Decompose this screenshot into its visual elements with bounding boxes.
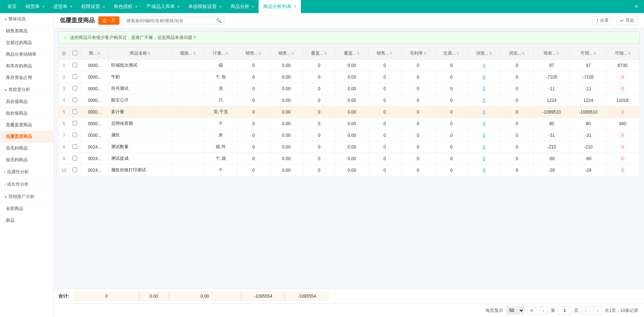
first-page-button[interactable]: K bbox=[527, 306, 536, 315]
row-select-9[interactable] bbox=[72, 156, 77, 161]
current-page-input[interactable] bbox=[558, 306, 571, 315]
row-select-3[interactable] bbox=[72, 86, 77, 91]
col-stock2-header[interactable]: 可用...⇅ bbox=[570, 47, 607, 60]
col-trans-header[interactable]: 交易...⇅ bbox=[435, 47, 468, 60]
nav-close-template[interactable]: × bbox=[219, 0, 221, 13]
search-input[interactable] bbox=[126, 18, 215, 23]
nav-purchase-order[interactable]: 进货单 × bbox=[49, 0, 76, 13]
col-sales-qty-header[interactable]: 销售...⇅ bbox=[237, 47, 270, 60]
row-trans-4: 0 bbox=[435, 95, 468, 106]
col-name-header[interactable]: 商品名称⇅ bbox=[109, 47, 172, 60]
sidebar-item-stocked-goods[interactable]: 有库存的商品 bbox=[0, 60, 54, 72]
sidebar-item-low-value[interactable]: 低价值商品 bbox=[0, 108, 54, 119]
page-size-select[interactable]: 50 20 100 bbox=[506, 306, 525, 314]
row-stock1-2: -7105 bbox=[533, 71, 570, 83]
nav-close-product-analysis[interactable]: × bbox=[252, 0, 254, 13]
sidebar-section-cluster[interactable]: ∨ 类群度分析 bbox=[0, 84, 54, 96]
row-select-1[interactable] bbox=[72, 63, 77, 67]
row-spec-7 bbox=[172, 130, 204, 141]
col-unit-header[interactable]: 计量...⇅ bbox=[204, 47, 237, 60]
col-cov1-header[interactable]: 覆盖...⇅ bbox=[303, 47, 335, 60]
nav-product-analysis[interactable]: 商品分析 × bbox=[226, 0, 259, 13]
row-browse1-3[interactable]: 0 bbox=[468, 83, 500, 95]
col-sales-pct-header[interactable]: 销售...⇅ bbox=[368, 47, 401, 60]
sidebar-item-traded-goods[interactable]: 交易过的商品 bbox=[0, 37, 54, 49]
sidebar-section-circulation[interactable]: › 流通性分析 bbox=[0, 166, 54, 178]
row-spec-3 bbox=[172, 83, 204, 95]
col-spec-header[interactable]: 规格...⇅ bbox=[172, 47, 204, 60]
global-close-button[interactable]: × bbox=[632, 3, 641, 10]
row-stock2-3: -11 bbox=[570, 83, 607, 95]
sidebar-item-stock-capital[interactable]: 库存资金占用 bbox=[0, 72, 54, 84]
next-page-button[interactable]: › bbox=[581, 306, 590, 315]
sidebar-item-sales-goods[interactable]: 销售类商品 bbox=[0, 25, 54, 37]
row-select-8[interactable] bbox=[72, 144, 77, 149]
nav-close-sales-order[interactable]: × bbox=[42, 0, 44, 13]
row-browse1-5[interactable]: 0 bbox=[468, 106, 500, 118]
col-stock3-header[interactable]: 可销...⇅ bbox=[606, 47, 639, 60]
nav-close-purchase-order[interactable]: × bbox=[70, 0, 72, 13]
row-browse1-9[interactable]: 0 bbox=[468, 153, 500, 165]
last-page-button[interactable]: › bbox=[593, 306, 602, 315]
row-sales-amt-9: 0.00 bbox=[270, 153, 303, 165]
row-stock1-5: -1089510 bbox=[533, 106, 570, 118]
export-button[interactable]: ↵ 导出 bbox=[616, 16, 638, 25]
row-stock3-6: 360: bbox=[606, 118, 639, 130]
row-select-6[interactable] bbox=[72, 121, 77, 126]
nav-close-permission[interactable]: × bbox=[103, 0, 105, 13]
sidebar-section-overall[interactable]: ∨ 整体信息 bbox=[0, 13, 54, 25]
period-btn-1month[interactable]: 近一月 bbox=[98, 16, 119, 25]
row-browse1-1[interactable]: 0 bbox=[468, 60, 500, 71]
nav-product-analysis-list[interactable]: 商品分析列表 × bbox=[259, 0, 301, 13]
sidebar-item-low-coverage[interactable]: 低覆盖度商品 bbox=[0, 131, 54, 143]
row-num-1: 1 bbox=[59, 60, 70, 71]
row-browse1-4[interactable]: 0 bbox=[468, 95, 500, 106]
row-browse1-10[interactable]: 0 bbox=[468, 165, 500, 176]
sidebar-section-overall-items: 销售类商品 交易过的商品 商品分类动销率 有库存的商品 库存资金占用 bbox=[0, 25, 54, 84]
share-icon: ⤴ bbox=[596, 18, 598, 23]
row-select-4[interactable] bbox=[72, 98, 77, 102]
prev-page-button[interactable]: ‹ bbox=[539, 306, 548, 315]
row-select-5[interactable] bbox=[72, 109, 77, 114]
col-settings[interactable]: ⚙ bbox=[59, 47, 70, 60]
select-all-checkbox[interactable] bbox=[72, 51, 77, 55]
row-select-2[interactable] bbox=[72, 74, 77, 79]
row-num-6: 6 bbox=[59, 118, 70, 130]
col-sales-amt-header[interactable]: 销售...⇅ bbox=[270, 47, 303, 60]
sidebar-item-low-margin[interactable]: 低毛利商品 bbox=[0, 154, 54, 166]
col-browse1-header[interactable]: 浏览...⇅ bbox=[468, 47, 500, 60]
table-row: 3 0000... 符号测试 克 0 0.00 0 0.00 0 0 0 0 0… bbox=[59, 83, 640, 95]
nav-close-product-analysis-list[interactable]: × bbox=[294, 0, 296, 13]
row-browse1-7[interactable]: 0 bbox=[468, 130, 500, 141]
nav-sales-order[interactable]: 销货单 × bbox=[21, 0, 49, 13]
sidebar-item-high-value[interactable]: 高价值商品 bbox=[0, 96, 54, 108]
nav-permission-settings[interactable]: 权限设置 × bbox=[77, 0, 109, 13]
share-button[interactable]: ⤴ 分享 bbox=[592, 16, 613, 25]
row-sales-pct-1: 0 bbox=[368, 60, 401, 71]
sidebar-item-high-coverage[interactable]: 高覆盖度商品 bbox=[0, 119, 54, 131]
col-stock1-header[interactable]: 现有...⇅ bbox=[533, 47, 570, 60]
sidebar-item-category-rate[interactable]: 商品分类动销率 bbox=[0, 49, 54, 60]
row-browse1-8[interactable]: 0 bbox=[468, 141, 500, 153]
sidebar-item-all-goods[interactable]: 全部商品 bbox=[0, 203, 54, 215]
sidebar-item-new-goods[interactable]: 新品 bbox=[0, 215, 54, 226]
col-code-header[interactable]: 商...⇅ bbox=[80, 47, 109, 60]
sidebar-item-high-margin[interactable]: 高毛利商品 bbox=[0, 143, 54, 154]
col-cov2-header[interactable]: 覆盖...⇅ bbox=[335, 47, 368, 60]
col-gross-header[interactable]: 毛利率⇅ bbox=[401, 47, 435, 60]
row-sales-qty-4: 0 bbox=[237, 95, 270, 106]
row-browse1-6[interactable]: 0 bbox=[468, 118, 500, 130]
nav-close-product-inbound[interactable]: × bbox=[177, 0, 180, 13]
sidebar-section-marketing[interactable]: ∨ 营销推广分析 bbox=[0, 191, 54, 203]
nav-close-role-auth[interactable]: × bbox=[135, 0, 137, 13]
row-select-10[interactable] bbox=[72, 167, 77, 172]
nav-product-inbound[interactable]: 产成品入库单 × bbox=[142, 0, 184, 13]
nav-template-settings[interactable]: 单据模板设置 × bbox=[184, 0, 226, 13]
nav-home[interactable]: 首页 bbox=[3, 0, 21, 13]
row-browse1-2[interactable]: 0 bbox=[468, 71, 500, 83]
col-browse2-header[interactable]: 浏览...⇅ bbox=[500, 47, 533, 60]
row-select-7[interactable] bbox=[72, 132, 77, 137]
nav-role-auth[interactable]: 角色授权 × bbox=[109, 0, 142, 13]
sidebar-section-growth[interactable]: › 成长性分析 bbox=[0, 178, 54, 191]
column-settings-icon[interactable]: ⚙ bbox=[62, 51, 66, 56]
